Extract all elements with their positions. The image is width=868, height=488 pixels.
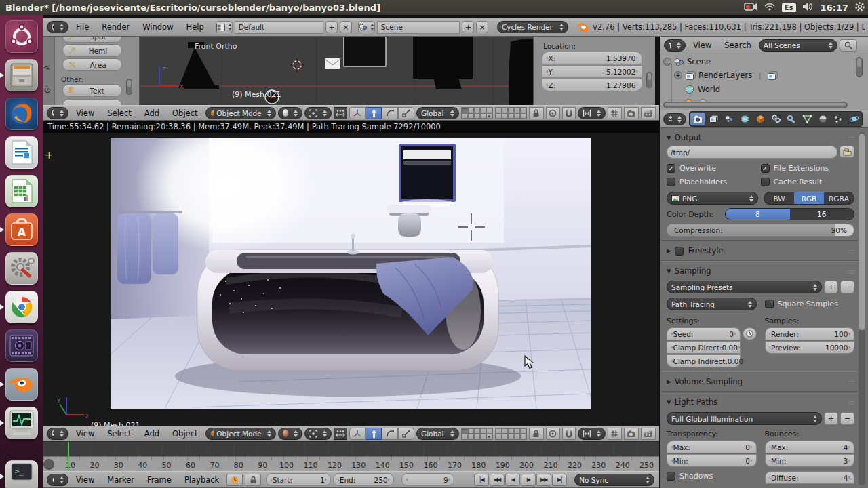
bounces-max-field[interactable]: ‹ Max: 4 › — [765, 441, 855, 453]
jump-to-end-button[interactable]: ▶| — [552, 474, 567, 486]
panel-expand-icon[interactable]: ▼ — [667, 268, 671, 274]
screen-record-icon[interactable] — [744, 2, 757, 14]
transform-orientation-select[interactable]: Global — [416, 428, 459, 440]
interaction-mode-select[interactable]: Object Mode — [205, 428, 276, 440]
layer-cell[interactable] — [514, 108, 520, 113]
clamp-indirect-field[interactable]: ‹ Clamp Indirect: 0.00 › — [667, 354, 741, 367]
location-x-field[interactable]: ‹ X: 1.53970 › — [542, 52, 642, 64]
lock-to-scene-button[interactable] — [529, 107, 544, 119]
panel-drag-dots-icon[interactable]: :::: — [848, 247, 854, 255]
layer-cell[interactable] — [502, 108, 508, 113]
current-frame-field[interactable]: ‹ 9 › — [401, 473, 454, 486]
panel-drag-dots-icon[interactable]: :::: — [848, 268, 854, 275]
frame-end-field[interactable]: ‹ End: 250 › — [333, 473, 394, 486]
launcher-chromium[interactable] — [5, 291, 38, 323]
viewport-shading-select[interactable] — [278, 428, 302, 440]
menu-help[interactable]: Help — [181, 22, 210, 32]
pivot-point-select[interactable] — [304, 428, 332, 440]
tool-shelf-tab[interactable]: Gr — [44, 85, 52, 94]
tab-scene[interactable] — [722, 113, 736, 125]
increment-icon[interactable]: › — [848, 331, 850, 337]
render-engine-select[interactable]: Cycles Render — [497, 21, 568, 33]
preview-range-clock-button[interactable] — [226, 474, 243, 486]
panel-drag-dots-icon[interactable]: :::: — [848, 399, 854, 406]
launcher-ubuntu-dash[interactable] — [5, 20, 38, 53]
checkbox-checked-icon[interactable]: ✓ — [667, 164, 675, 173]
snap-peel-button[interactable] — [608, 107, 622, 119]
lamp-area-button[interactable]: Area — [62, 58, 122, 71]
increment-icon[interactable]: › — [738, 344, 741, 350]
layer-cell[interactable] — [502, 428, 508, 434]
compression-slider[interactable]: Compression: 90% — [667, 224, 854, 237]
menu-render[interactable]: Render — [96, 22, 135, 32]
panel-header-freestyle[interactable]: ▶ Freestyle :::: — [667, 245, 854, 257]
launcher-firefox[interactable] — [5, 98, 38, 130]
tab-constraints[interactable] — [768, 113, 783, 125]
layer-cell[interactable] — [508, 113, 514, 119]
top-viewport-canvas[interactable]: z x Front Ortho (9) Mesh.021 — [140, 37, 533, 105]
pivot-point-select[interactable] — [304, 107, 332, 119]
layer-cell[interactable] — [474, 113, 480, 119]
snap-peel-button[interactable] — [608, 428, 622, 440]
outliner-item-label[interactable]: World — [698, 85, 720, 94]
tool-shelf-scrollbar[interactable] — [126, 79, 132, 95]
menu-marker[interactable]: Marker — [102, 475, 140, 485]
add-preset-button[interactable]: + — [824, 412, 838, 425]
opengl-render-still-button[interactable] — [624, 428, 639, 440]
properties-scrollbar-thumb[interactable] — [859, 134, 865, 330]
tab-particles[interactable] — [831, 113, 846, 125]
translate-manipulator-button[interactable] — [366, 107, 382, 119]
screen-layout-name-field[interactable]: Default — [235, 21, 323, 34]
outliner-row-world[interactable]: World — [685, 85, 720, 94]
increment-icon[interactable]: › — [388, 476, 391, 483]
channel-rgb-button[interactable]: RGB — [794, 192, 824, 204]
play-reverse-button[interactable]: ◀ — [505, 474, 520, 486]
transparency-min-field[interactable]: ‹ Min: 0 › — [667, 454, 757, 467]
translate-axes-button[interactable] — [349, 107, 366, 119]
scale-manipulator-button[interactable] — [398, 428, 414, 440]
menu-view[interactable]: View — [71, 429, 100, 439]
outliner-item-label[interactable]: RenderLayers — [698, 70, 752, 80]
lock-frame-button[interactable] — [245, 474, 261, 486]
snap-element-select[interactable] — [578, 107, 606, 119]
interaction-mode-select[interactable]: Object Mode — [205, 107, 276, 119]
tab-material[interactable] — [815, 113, 830, 125]
layer-cell[interactable] — [520, 428, 526, 434]
launcher-blender[interactable] — [5, 368, 38, 401]
tool-shelf-tab[interactable]: A — [43, 65, 51, 70]
increment-icon[interactable]: › — [750, 444, 753, 450]
output-path-field[interactable]: /tmp/ — [667, 146, 837, 159]
layer-cell[interactable] — [474, 434, 480, 439]
checkbox-unchecked-icon[interactable] — [761, 178, 770, 186]
layers-grid-1[interactable] — [461, 107, 493, 119]
clock[interactable]: 16:17 — [821, 3, 848, 13]
menu-add[interactable]: Add — [139, 429, 165, 439]
text-button[interactable]: F Text — [62, 84, 122, 97]
location-y-field[interactable]: ‹ Y: 5.12002 › — [542, 65, 642, 78]
layers-grid-1[interactable] — [461, 428, 493, 440]
layer-cell[interactable] — [496, 113, 502, 119]
file-extensions-checkbox[interactable]: ✓ File Extensions — [761, 164, 855, 173]
manipulator-toggle-button[interactable] — [334, 107, 348, 119]
layer-cell[interactable] — [496, 108, 502, 113]
shadows-checkbox[interactable]: Shadows — [667, 472, 757, 481]
wifi-icon[interactable] — [764, 2, 776, 14]
checkbox-unchecked-icon[interactable] — [675, 247, 684, 256]
layer-cell[interactable] — [514, 113, 520, 119]
menu-select[interactable]: Select — [102, 429, 136, 439]
tab-world[interactable] — [737, 113, 752, 125]
integrator-select[interactable]: Path Tracing — [667, 298, 757, 310]
menu-select[interactable]: Select — [102, 108, 136, 118]
increment-icon[interactable]: › — [848, 444, 850, 450]
outliner-row-scene[interactable]: − Scene — [663, 57, 711, 66]
layer-cell[interactable] — [480, 434, 486, 439]
next-keyframe-button[interactable]: ▶▶ — [536, 474, 551, 486]
remove-preset-button[interactable]: − — [840, 412, 854, 425]
add-scene-button[interactable]: + — [462, 21, 474, 33]
layer-cell[interactable] — [514, 428, 520, 434]
increment-icon[interactable]: › — [448, 476, 451, 483]
increment-icon[interactable]: › — [750, 458, 753, 464]
tab-data[interactable] — [800, 113, 814, 125]
proportional-edit-button[interactable] — [546, 428, 560, 440]
expand-icon[interactable]: + — [674, 71, 682, 79]
